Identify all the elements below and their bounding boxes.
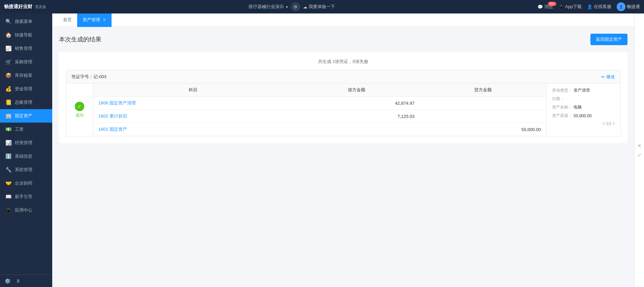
change-type-row: 变动类型： 资产清理 <box>552 88 615 93</box>
company-selector[interactable]: 医疗器械行业演示 ▾ <box>249 4 288 10</box>
tab-home-label: 首页 <box>63 17 72 23</box>
app-download-label: App下载 <box>565 4 582 10</box>
user-menu[interactable]: 👤 畅捷通 <box>617 2 640 11</box>
voucher-content: ✓ 成功 科目 借方金额 贷方金额 <box>66 84 620 136</box>
sidebar-bottom: ⚙️ ⏸ <box>0 275 52 287</box>
sidebar-item-sales[interactable]: 📈 销售管理 <box>0 42 52 55</box>
panel-close-button[interactable]: ✕ <box>635 141 643 150</box>
sidebar-label-enterprise: 企业协同 <box>15 180 32 186</box>
sidebar-label-system: 系统管理 <box>15 167 32 173</box>
asset-name-row: 资产名称： 电脑 <box>552 104 615 110</box>
system-icon: 🔧 <box>5 167 11 173</box>
date-row: 日期： <box>552 96 615 102</box>
date-label: 日期： <box>552 96 574 102</box>
online-service-button[interactable]: 👤 在线客服 <box>587 4 611 10</box>
pagination-text[interactable]: < 1/1 > <box>603 121 615 126</box>
sidebar-label-quicknav: 快捷导航 <box>15 32 32 38</box>
row1-subject: 1606 固定资产清理 <box>93 97 294 110</box>
sidebar-item-search[interactable]: 🔍 搜索菜单 <box>0 15 52 28</box>
username: 畅捷通 <box>627 4 640 10</box>
messages-badge: 99+ <box>548 2 556 6</box>
sidebar-item-business[interactable]: 📊 经营管理 <box>0 136 52 150</box>
sidebar-label-ledger: 总账管理 <box>15 99 32 105</box>
panel-expand-button[interactable]: ⤢ <box>635 151 643 159</box>
tab-close-icon[interactable]: ✕ <box>103 18 106 22</box>
sidebar-item-funds[interactable]: 💰 资金管理 <box>0 82 52 96</box>
top-bar-right: 💬 消息 99+ 📱 App下载 👤 在线客服 👤 畅捷通 <box>538 2 640 11</box>
asset-name-label: 资产名称： <box>552 104 574 110</box>
top-bar-center: 医疗器械行业演示 ▾ ⚙ ☁ 我要体验一下 <box>249 2 335 11</box>
sidebar-item-salary[interactable]: 💵 工资 <box>0 123 52 136</box>
row3-debit <box>294 123 420 136</box>
app-logo: 畅捷通好业财 <box>4 4 32 10</box>
inventory-icon: 📦 <box>5 72 11 78</box>
messages-button[interactable]: 💬 消息 99+ <box>538 4 553 10</box>
page-content: 本次生成的结果 返回固定资产 共生成 1张凭证，0张失败 凭证字号：记-003 … <box>52 27 634 287</box>
row1-debit: 42,874.97 <box>294 97 420 110</box>
change-type-label: 变动类型： <box>552 88 574 93</box>
service-icon: 👤 <box>587 4 592 9</box>
top-bar: 畅捷通好业财 普及版 医疗器械行业演示 ▾ ⚙ ☁ 我要体验一下 💬 消息 99… <box>0 0 644 13</box>
download-icon: 📱 <box>558 4 564 9</box>
settings-bottom-icon[interactable]: ⚙️ <box>5 278 10 284</box>
asset-value-value: 50,000.00 <box>574 114 591 118</box>
success-cell: ✓ 成功 <box>71 98 88 122</box>
settings-button[interactable]: ⚙ <box>291 2 300 11</box>
pagination: < 1/1 > <box>552 121 615 126</box>
sidebar-label-business: 经营管理 <box>15 140 32 146</box>
collapse-icon[interactable]: ⏸ <box>16 278 21 284</box>
result-summary: 共生成 1张凭证，0张失败 <box>66 59 621 65</box>
sales-icon: 📈 <box>5 45 11 52</box>
company-name: 医疗器械行业演示 <box>249 4 284 10</box>
col-credit: 贷方金额 <box>420 84 546 97</box>
sidebar-item-fixed-assets[interactable]: 🏢 固定资产 <box>0 109 52 123</box>
search-icon: 🔍 <box>5 19 11 25</box>
sidebar-label-search: 搜索菜单 <box>15 19 32 25</box>
sidebar-item-enterprise[interactable]: 🤝 企业协同 <box>0 177 52 190</box>
sidebar-label-salary: 工资 <box>15 126 24 132</box>
sidebar-item-purchase[interactable]: 🛒 采购管理 <box>0 55 52 69</box>
sidebar-label-fixed-assets: 固定资产 <box>15 113 32 119</box>
edit-icon: ✏ <box>601 74 605 79</box>
sidebar-label-sales: 销售管理 <box>15 45 32 52</box>
online-service-label: 在线客服 <box>594 4 611 10</box>
sidebar: 🔍 搜索菜单 🏠 快捷导航 📈 销售管理 🛒 采购管理 📦 库存核算 💰 <box>0 13 52 287</box>
row2-credit <box>420 110 546 123</box>
edit-label: 修改 <box>606 74 615 80</box>
main-wrapper: 🔍 搜索菜单 🏠 快捷导航 📈 销售管理 🛒 采购管理 📦 库存核算 💰 <box>0 13 644 287</box>
tab-asset-mgmt[interactable]: 资产管理 ✕ <box>77 13 112 27</box>
sidebar-item-apps[interactable]: 📱 应用中心 <box>0 203 52 217</box>
sidebar-item-guide[interactable]: 📖 新手引导 <box>0 190 52 203</box>
fixed-assets-icon: 🏢 <box>5 113 11 119</box>
app-download-button[interactable]: 📱 App下载 <box>558 4 582 10</box>
sidebar-label-basic-info: 基础信息 <box>15 153 32 159</box>
experience-button[interactable]: ☁ 我要体验一下 <box>303 4 335 10</box>
sidebar-item-inventory[interactable]: 📦 库存核算 <box>0 69 52 82</box>
right-panel-controls: ✕ ⤢ <box>634 13 644 287</box>
message-icon: 💬 <box>538 4 543 9</box>
funds-icon: 💰 <box>5 86 11 92</box>
edition-badge: 普及版 <box>35 4 46 9</box>
sidebar-label-funds: 资金管理 <box>15 86 32 92</box>
salary-icon: 💵 <box>5 126 11 132</box>
voucher-section: 凭证字号：记-003 ✏ 修改 ✓ 成功 <box>66 70 621 136</box>
asset-name-value: 电脑 <box>574 104 582 110</box>
asset-value-row: 资产原值： 50,000.00 <box>552 113 615 119</box>
tab-home[interactable]: 首页 <box>58 13 77 27</box>
side-info-panel: 变动类型： 资产清理 日期： 资产名称： 电脑 <box>546 84 620 136</box>
sidebar-item-quicknav[interactable]: 🏠 快捷导航 <box>0 28 52 42</box>
basic-info-icon: ℹ️ <box>5 153 11 159</box>
sidebar-item-basic-info[interactable]: ℹ️ 基础信息 <box>0 150 52 163</box>
asset-value-label: 资产原值： <box>552 113 574 119</box>
sidebar-item-system[interactable]: 🔧 系统管理 <box>0 163 52 177</box>
voucher-edit-button[interactable]: ✏ 修改 <box>601 74 615 80</box>
voucher-table-area: 科目 借方金额 贷方金额 1606 固定资产清理 42,874.97 <box>93 84 546 136</box>
status-column: ✓ 成功 <box>66 84 93 136</box>
page-title: 本次生成的结果 <box>59 35 101 43</box>
return-button[interactable]: 返回固定资产 <box>590 34 627 45</box>
home-icon: 🏠 <box>5 32 11 38</box>
sidebar-item-ledger[interactable]: 📒 总账管理 <box>0 96 52 109</box>
ledger-icon: 📒 <box>5 99 11 105</box>
sidebar-label-apps: 应用中心 <box>15 207 32 213</box>
change-type-value: 资产清理 <box>574 88 590 93</box>
